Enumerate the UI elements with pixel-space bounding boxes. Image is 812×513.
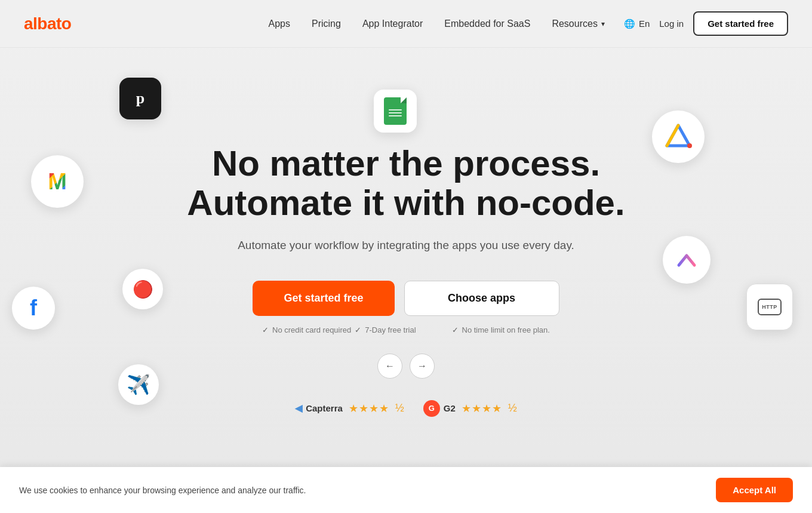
capterra-icon: ◀: [295, 403, 302, 414]
facebook-icon: f: [12, 287, 55, 330]
hero-subtitle: Automate your workflow by integrating th…: [187, 237, 625, 254]
svg-line-1: [667, 125, 678, 146]
cookie-text: We use cookies to enhance your browsing …: [19, 486, 306, 495]
clickup-icon: [663, 236, 710, 284]
gmail-icon: M: [31, 155, 84, 208]
logo[interactable]: albato: [24, 14, 71, 33]
g2-stars: ★★★★: [462, 402, 502, 415]
arrow-prev[interactable]: ←: [377, 354, 402, 379]
nav-link-app-integrator[interactable]: App Integrator: [362, 19, 423, 29]
nav-links: Apps Pricing App Integrator Embedded for…: [269, 19, 605, 29]
capterra-rating: ◀ Capterra ★★★★½: [295, 402, 404, 415]
note-right: ✓ No time limit on free plan.: [452, 325, 550, 334]
g2-rating: G G2 ★★★★½: [423, 400, 517, 417]
svg-point-2: [687, 143, 692, 148]
g2-logo-icon: G: [423, 400, 440, 417]
capterra-stars: ★★★★: [349, 402, 389, 415]
note-left: ✓ No credit card required ✓ 7-Day free t…: [262, 325, 416, 334]
arrow-next[interactable]: →: [410, 354, 435, 379]
login-button[interactable]: Log in: [659, 19, 684, 29]
hero-content: No matter the process. Automate it with …: [187, 144, 625, 417]
check-icon-2: ✓: [355, 325, 361, 334]
hero-buttons: Get started free Choose apps: [187, 281, 625, 316]
pixabay-icon: p: [119, 78, 161, 119]
get-started-nav-button[interactable]: Get started free: [693, 11, 788, 36]
nav-link-pricing[interactable]: Pricing: [312, 19, 341, 29]
hubspot-icon: 🔴: [122, 269, 163, 309]
globe-icon: 🌐: [624, 19, 635, 29]
hero-section: p M f 🔴 ✈️: [0, 0, 812, 513]
nav-link-apps[interactable]: Apps: [269, 19, 290, 29]
telegram-icon: ✈️: [118, 364, 159, 405]
check-icon-1: ✓: [262, 325, 269, 334]
carousel-arrows: ← →: [187, 354, 625, 379]
choose-apps-button[interactable]: Choose apps: [404, 281, 559, 316]
button-notes: ✓ No credit card required ✓ 7-Day free t…: [187, 325, 625, 334]
http-icon: HTTP: [746, 284, 793, 330]
nav-link-embedded[interactable]: Embedded for SaaS: [444, 19, 530, 29]
accept-all-button[interactable]: Accept All: [716, 478, 793, 502]
check-icon-3: ✓: [452, 325, 459, 334]
language-selector[interactable]: 🌐 En: [624, 19, 650, 29]
nav-right: 🌐 En Log in Get started free: [624, 11, 788, 36]
navbar: albato Apps Pricing App Integrator Embed…: [0, 0, 812, 48]
cookie-banner: We use cookies to enhance your browsing …: [0, 467, 812, 513]
google-ads-icon: [652, 110, 705, 163]
hero-title: No matter the process. Automate it with …: [187, 144, 625, 223]
get-started-button[interactable]: Get started free: [253, 281, 394, 316]
nav-link-resources[interactable]: Resources: [552, 19, 604, 29]
ratings-section: ◀ Capterra ★★★★½ G G2 ★★★★½: [187, 400, 625, 417]
google-sheets-icon: [374, 90, 417, 133]
